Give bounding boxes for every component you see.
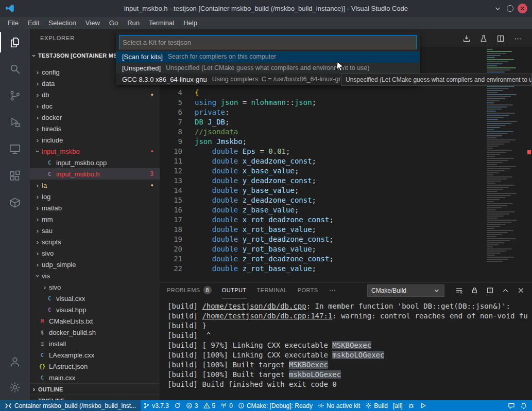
status-git-branch[interactable]: v3.7.3 xyxy=(141,400,171,411)
status-sync[interactable] xyxy=(171,400,183,411)
status-cmake-build[interactable]: Build xyxy=(363,400,390,411)
more-icon[interactable] xyxy=(329,287,336,294)
problems-badge: 8 xyxy=(203,286,212,294)
output-channel-label: CMake/Build xyxy=(371,287,406,294)
output-channel-select[interactable]: CMake/Build xyxy=(367,284,444,297)
minimize-button[interactable] xyxy=(493,4,503,13)
maximize-button[interactable] xyxy=(507,5,513,12)
chevron-up-icon[interactable] xyxy=(502,287,509,294)
code-line: 18 double x_rot_base_value; xyxy=(160,225,334,235)
tree-item-LAexample.cxx[interactable]: CLAexample.cxx xyxy=(30,349,160,361)
workspace-section-label: TESTJSON [CONTAINER MS xyxy=(38,52,117,59)
code-line: 12 double x_base_value; xyxy=(160,166,334,176)
panel-tab-output[interactable]: OUTPUT xyxy=(222,282,247,298)
tree-item-install[interactable]: ≡install xyxy=(30,338,160,349)
status-feedback[interactable] xyxy=(505,400,518,411)
beaker-icon[interactable] xyxy=(478,33,489,44)
chevron-right-icon: › xyxy=(33,238,42,246)
activitybar-search[interactable] xyxy=(0,56,30,82)
status-cmake-kit[interactable]: No active kit xyxy=(315,400,363,411)
menu-help[interactable]: Help xyxy=(179,19,202,27)
timeline-section[interactable]: › TIMELINE xyxy=(30,395,160,400)
run-debug-icon xyxy=(8,116,22,129)
activitybar-run-debug[interactable] xyxy=(0,109,30,136)
line-number: 17 xyxy=(160,215,182,225)
close-panel-icon[interactable] xyxy=(517,287,525,294)
desktop-download-icon[interactable] xyxy=(461,33,472,44)
status-launch-target[interactable] xyxy=(417,400,429,411)
panel-tab-problems[interactable]: PROBLEMS8 xyxy=(167,282,212,298)
tree-item-udp_simple[interactable]: ›udp_simple xyxy=(30,259,160,270)
chevron-right-icon: › xyxy=(33,102,42,110)
outline-section[interactable]: › OUTLINE xyxy=(30,383,160,395)
tree-item-visual.hpp[interactable]: Cvisual.hpp xyxy=(30,304,160,315)
menu-run[interactable]: Run xyxy=(123,19,144,27)
status-cmake-target[interactable]: [all] xyxy=(390,400,405,411)
activitybar-accounts[interactable] xyxy=(0,349,30,374)
split-panel-icon[interactable] xyxy=(486,287,494,294)
panel-tab-terminal[interactable]: TERMINAL xyxy=(257,282,287,298)
activitybar-containers[interactable] xyxy=(0,189,30,216)
activitybar-remote-explorer[interactable] xyxy=(0,136,30,163)
activitybar-extensions[interactable] xyxy=(0,163,30,189)
status-cmake-status[interactable]: CMake: [Debug]: Ready xyxy=(235,400,315,411)
output-console[interactable]: [build] /home/testjson/db/db.cpp: In mem… xyxy=(160,298,532,400)
status-notifications[interactable] xyxy=(518,400,530,411)
tree-item-mm[interactable]: ›mm xyxy=(30,213,160,225)
tree-item-sivo[interactable]: ›sivo xyxy=(30,281,160,293)
file-link[interactable]: /home/testjson/db/db.cpp:147:1 xyxy=(202,312,332,320)
tree-item-sivo[interactable]: ›sivo xyxy=(30,247,160,259)
status-errors[interactable]: 3 xyxy=(183,400,201,411)
remote-indicator[interactable]: Container mskbo_build (/mskbo_build_inst… xyxy=(0,400,141,411)
status-warnings[interactable]: 5 xyxy=(201,400,218,411)
tree-item-doc[interactable]: ›doc xyxy=(30,100,160,112)
line-number: 22 xyxy=(160,264,182,274)
clear-output-icon[interactable] xyxy=(455,287,463,294)
activitybar-source-control[interactable] xyxy=(0,82,30,109)
menu-view[interactable]: View xyxy=(81,19,105,27)
menu-selection[interactable]: Selection xyxy=(44,19,80,27)
tree-item-input_mskbo[interactable]: ›input_mskbo● xyxy=(30,146,160,157)
tree-item-vis[interactable]: ›vis xyxy=(30,270,160,281)
tree-item-label: visual.hpp xyxy=(56,306,87,314)
bug-icon xyxy=(408,402,415,409)
cpp-file-icon: C xyxy=(38,375,46,381)
tree-item-visual.cxx[interactable]: Cvisual.cxx xyxy=(30,293,160,304)
tree-item-docker_build.sh[interactable]: $docker_build.sh xyxy=(30,327,160,338)
code-line: 20 double y_rot_base_value; xyxy=(160,244,334,254)
close-button[interactable] xyxy=(518,4,527,13)
status-debug-target[interactable] xyxy=(405,400,417,411)
tree-item-docker[interactable]: ›docker xyxy=(30,112,160,123)
tree-item-sau[interactable]: ›sau xyxy=(30,225,160,236)
file-link[interactable]: /home/testjson/db/db.cpp xyxy=(202,302,306,310)
menu-go[interactable]: Go xyxy=(105,19,123,27)
activitybar-explorer[interactable] xyxy=(0,29,30,56)
tree-item-hiredis[interactable]: ›hiredis xyxy=(30,123,160,134)
quickpick-item-0[interactable]: [Scan for kits]Search for compilers on t… xyxy=(116,51,420,62)
line-number: 8 xyxy=(160,127,182,137)
tree-item-matlab[interactable]: ›matlab xyxy=(30,202,160,213)
more-icon[interactable] xyxy=(512,33,523,44)
code-editor[interactable]: 4{5using json = nlohmann::json;6private:… xyxy=(160,88,334,274)
tree-item-scripts[interactable]: ›scripts xyxy=(30,236,160,247)
panel-tab-ports[interactable]: PORTS xyxy=(298,282,318,298)
status-forwarded-ports[interactable]: 0 xyxy=(218,400,235,411)
tree-item-input_mskbo.cpp[interactable]: Cinput_mskbo.cpp xyxy=(30,157,160,168)
menu-edit[interactable]: Edit xyxy=(23,19,44,27)
lock-icon[interactable] xyxy=(471,287,478,294)
tree-item-main.cxx[interactable]: Cmain.cxx xyxy=(30,372,160,383)
menu-file[interactable]: File xyxy=(3,19,23,27)
tree-item-input_mskbo.h[interactable]: Cinput_mskbo.h3 xyxy=(30,168,160,180)
quickpick-item-1[interactable]: [Unspecified]Unspecified (Let CMake gues… xyxy=(116,62,420,74)
menu-terminal[interactable]: Terminal xyxy=(144,19,179,27)
quickpick-input[interactable] xyxy=(123,39,413,46)
tree-item-la[interactable]: ›la● xyxy=(30,180,160,191)
activitybar-settings[interactable] xyxy=(0,374,30,400)
tree-item-CMakeLists.txt[interactable]: MCMakeLists.txt xyxy=(30,315,160,327)
tree-item-db[interactable]: ›db● xyxy=(30,89,160,100)
tree-item-log[interactable]: ›log xyxy=(30,191,160,202)
split-editor-icon[interactable] xyxy=(495,33,506,44)
tree-item-LAstruct.json[interactable]: {}LAstruct.json xyxy=(30,361,160,372)
tree-item-include[interactable]: ›include xyxy=(30,134,160,146)
chevron-right-icon: › xyxy=(33,249,42,257)
